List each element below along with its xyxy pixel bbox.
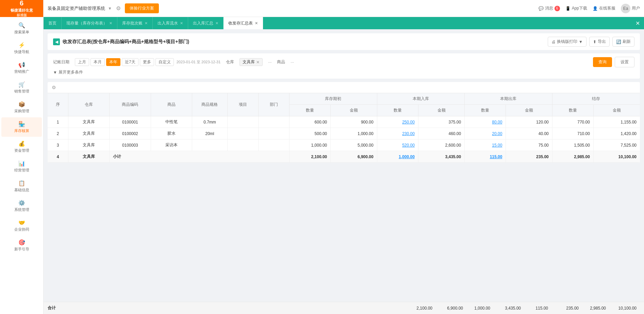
subtotal-out-qty[interactable]: 115.00 <box>465 151 506 163</box>
cell-dept <box>259 139 290 151</box>
sidebar-item-enterprise[interactable]: 🤝 企业协同 <box>1 216 42 235</box>
footer-values: 2,100.00 6,900.00 1,000.00 3,435.00 115.… <box>409 306 640 311</box>
cell-out-qty[interactable]: 15.00 <box>465 139 506 151</box>
tab-stock-dist-close[interactable]: ✕ <box>109 21 112 26</box>
sidebar-item-finance[interactable]: 💰 资金管理 <box>1 137 42 156</box>
sidebar-item-business[interactable]: 📊 经营管理 <box>1 157 42 176</box>
tab-home[interactable]: 首页 <box>44 17 62 29</box>
warehouse-more-btn[interactable]: ··· <box>268 60 271 65</box>
cell-out-amt: 75.00 <box>506 139 552 151</box>
cell-in-qty[interactable]: 250.00 <box>377 116 418 128</box>
cell-num: 1 <box>48 116 68 128</box>
tab-inout-flow[interactable]: 出入库流水 ✕ <box>153 17 188 29</box>
table-row: 2 文具库 0100002 胶水 20ml 500.00 1,000.00 23… <box>48 128 640 139</box>
tabbar: 首页 现存量（库存分布表） ✕ 库存批次账 ✕ 出入库流水 ✕ 出入库汇总 ✕ … <box>44 17 644 29</box>
settings-btn[interactable]: 设置 <box>615 57 634 67</box>
cell-num: 3 <box>48 139 68 151</box>
th-out-amt: 金额 <box>506 105 552 116</box>
tab-recv-send-close[interactable]: ✕ <box>255 21 258 26</box>
goods-filter-btn[interactable]: ··· <box>291 60 294 65</box>
date-btn-7days[interactable]: 近7天 <box>122 58 138 66</box>
th-opening-amt: 金额 <box>331 105 377 116</box>
warehouse-value: 文具库 <box>243 59 255 65</box>
date-btn-this-year[interactable]: 本年 <box>106 58 120 66</box>
cell-project <box>228 116 259 128</box>
dropdown-icon[interactable]: ▼ <box>108 6 112 11</box>
app-download-btn[interactable]: 📱 App下载 <box>565 5 587 11</box>
trial-btn[interactable]: 体验行业方案 <box>125 3 159 13</box>
th-in-group: 本期入库 <box>377 93 465 105</box>
logo-sub: 标准版 <box>17 13 27 18</box>
sidebar-item-system[interactable]: ⚙️ 系统管理 <box>1 196 42 216</box>
sidebar-item-newbie[interactable]: 🎯 新手引导 <box>1 236 42 255</box>
cell-in-qty[interactable]: 230.00 <box>377 128 418 139</box>
table-settings-icon[interactable]: ⚙ <box>52 85 56 90</box>
subtotal-opening-qty: 2,100.00 <box>290 151 331 163</box>
refresh-btn[interactable]: 🔄 刷新 <box>612 37 634 47</box>
tab-inout-flow-label: 出入库流水 <box>158 20 178 26</box>
message-btn[interactable]: 💬 消息 6 <box>539 5 560 11</box>
user-label: 用户 <box>632 5 640 11</box>
query-btn[interactable]: 查询 <box>593 57 612 67</box>
warehouse-filter-close[interactable]: ✕ <box>256 60 260 65</box>
sales-icon: 🛒 <box>18 81 25 88</box>
sidebar-item-label: 库存核算 <box>14 128 29 133</box>
cell-out-qty[interactable]: 20.00 <box>465 128 506 139</box>
tab-recv-send[interactable]: 收发存汇总表 ✕ <box>224 17 263 29</box>
tab-inout-flow-close[interactable]: ✕ <box>180 21 183 26</box>
footer-in-amt: 3,435.00 <box>494 306 524 311</box>
date-btn-this-month[interactable]: 本月 <box>90 58 105 66</box>
collapse-btn[interactable]: ◀ <box>53 38 60 45</box>
search-icon: 🔍 <box>18 22 25 29</box>
expand-conditions-btn[interactable]: ▼ 展开更多条件 <box>53 69 634 75</box>
date-btn-more[interactable]: 更多 <box>140 58 154 66</box>
sidebar-item-marketing[interactable]: 📢 营销推广 <box>1 58 42 78</box>
topbar-left: 装备及固定资产辅助管理系统 ▼ ⚙ 体验行业方案 <box>48 3 159 13</box>
th-balance-group: 结存 <box>552 93 640 105</box>
sidebar-item-purchase[interactable]: 📦 采购管理 <box>1 98 42 117</box>
cell-warehouse: 文具库 <box>68 139 110 151</box>
date-btn-last-month[interactable]: 上月 <box>75 58 89 66</box>
cell-out-amt: 120.00 <box>506 116 552 128</box>
user-avatar: Ea <box>621 4 630 13</box>
subtotal-in-amt: 3,435.00 <box>418 151 464 163</box>
th-in-amt: 金额 <box>418 105 464 116</box>
sidebar-item-label: 营销推广 <box>14 69 29 74</box>
tab-inout-summary[interactable]: 出入库汇总 ✕ <box>188 17 224 29</box>
close-all-tabs[interactable]: ✕ <box>631 20 644 27</box>
app-label: App下载 <box>572 5 587 11</box>
sidebar-item-label: 系统管理 <box>14 207 29 212</box>
cell-opening-amt: 1,000.00 <box>331 128 377 139</box>
cell-code: 0100003 <box>110 139 151 151</box>
sidebar-item-label: 新手引导 <box>14 247 29 252</box>
tab-stock-dist[interactable]: 现存量（库存分布表） ✕ <box>62 17 117 29</box>
sidebar-item-search[interactable]: 🔍 搜索菜单 <box>1 19 42 38</box>
cell-in-qty[interactable]: 520.00 <box>377 139 418 151</box>
settings-icon[interactable]: ⚙ <box>115 4 122 13</box>
tab-batch-close[interactable]: ✕ <box>145 21 148 26</box>
page-title: 收发存汇总表(按仓库+商品编码+商品+规格型号+项目+部门) <box>63 39 189 45</box>
cell-warehouse: 文具库 <box>68 116 110 128</box>
sidebar-item-label: 基础信息 <box>14 187 29 193</box>
sidebar-item-basic[interactable]: 📋 基础信息 <box>1 177 42 196</box>
export-icon: ⬆ <box>593 39 596 44</box>
footer-total: 合计 2,100.00 6,900.00 1,000.00 3,435.00 1… <box>44 302 644 314</box>
user-area[interactable]: Ea 用户 <box>621 4 640 13</box>
cell-balance-amt: 1,420.00 <box>593 128 640 139</box>
print-btn[interactable]: 🖨 换钱版打印 ▼ <box>548 37 587 47</box>
subtotal-in-qty[interactable]: 1,000.00 <box>377 151 418 163</box>
date-btn-custom[interactable]: 自定义 <box>155 58 174 66</box>
sidebar-item-inventory[interactable]: 🏪 库存核算 <box>1 117 42 137</box>
export-btn[interactable]: ⬆ 导出 <box>589 37 610 47</box>
subtotal-balance-amt: 10,100.00 <box>593 151 640 163</box>
cell-out-qty[interactable]: 80.00 <box>465 116 506 128</box>
online-service-btn[interactable]: 👤 在线客服 <box>593 5 615 11</box>
sidebar-item-quick-nav[interactable]: ⚡ 快捷导航 <box>1 38 42 58</box>
th-num: 序 <box>48 93 68 116</box>
th-opening-group: 库存期初 <box>290 93 377 105</box>
footer-label: 合计 <box>48 305 56 311</box>
sidebar-item-sales[interactable]: 🛒 销售管理 <box>1 78 42 97</box>
tab-batch[interactable]: 库存批次账 ✕ <box>117 17 153 29</box>
tab-inout-summary-close[interactable]: ✕ <box>215 21 218 26</box>
sidebar: 6 畅捷通好生意 标准版 🔍 搜索菜单 ⚡ 快捷导航 📢 营销推广 🛒 销售管理… <box>0 0 44 314</box>
